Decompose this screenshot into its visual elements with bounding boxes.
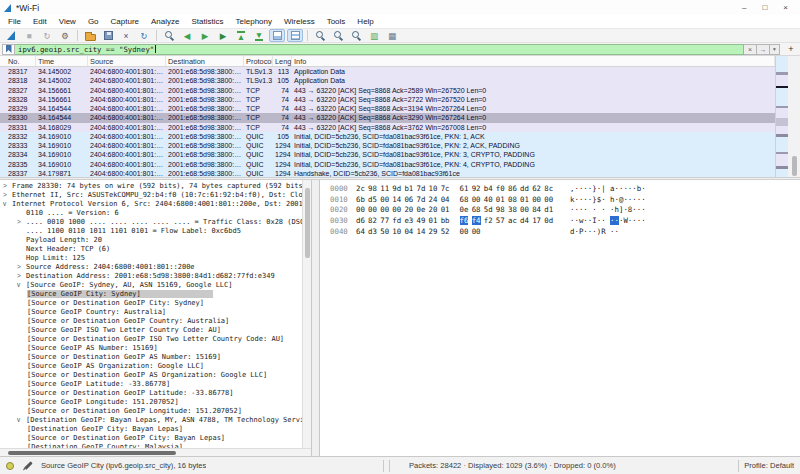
- hex-byte[interactable]: f2: [484, 216, 493, 225]
- hex-byte[interactable]: 5d: [484, 205, 493, 214]
- hex-byte[interactable]: 64: [356, 227, 365, 236]
- ascii-text-selected[interactable]: ··: [610, 216, 619, 225]
- filter-bookmark-button[interactable]: [2, 44, 15, 55]
- details-horizontal-scrollbar[interactable]: [0, 448, 311, 456]
- packet-row[interactable]: 2832934.1645442404:6800:4001:801:…2001:e…: [0, 104, 775, 113]
- intelligent-scrollbar-minimap[interactable]: [775, 56, 788, 177]
- detail-line[interactable]: [Source GeoIP Latitude: -33.86778]: [0, 379, 302, 388]
- hex-byte[interactable]: 61: [460, 184, 469, 193]
- menu-telephony[interactable]: Telephony: [230, 17, 278, 26]
- hex-byte[interactable]: 86: [508, 184, 517, 193]
- detail-line[interactable]: [Source or Destination GeoIP Longitude: …: [0, 406, 302, 415]
- expert-info-icon[interactable]: [6, 462, 14, 470]
- packet-list-scrollbar[interactable]: [788, 56, 800, 177]
- detail-line[interactable]: [Source or Destination GeoIP Latitude: -…: [0, 388, 302, 397]
- display-filter-input[interactable]: ipv6.geoip.src_city == "Sydney": [15, 44, 744, 55]
- hex-byte[interactable]: 00: [472, 195, 481, 204]
- menu-wireless[interactable]: Wireless: [278, 17, 321, 26]
- maximize-button[interactable]: □: [762, 1, 767, 15]
- restart-capture-icon[interactable]: ↻: [39, 29, 55, 42]
- find-packet-icon[interactable]: [161, 29, 177, 42]
- detail-line[interactable]: [Source GeoIP City: Sydney]: [0, 289, 302, 298]
- hex-byte[interactable]: 82: [368, 216, 377, 225]
- hex-byte[interactable]: 24: [429, 195, 438, 204]
- hex-byte[interactable]: 01: [441, 205, 450, 214]
- menu-go[interactable]: Go: [82, 17, 105, 26]
- hex-byte[interactable]: 92: [472, 184, 481, 193]
- capture-comment-icon[interactable]: [24, 461, 32, 469]
- colorize-icon[interactable]: [287, 29, 303, 42]
- status-profile[interactable]: Profile: Default: [744, 461, 794, 470]
- start-capture-icon[interactable]: [3, 29, 19, 42]
- ascii-text[interactable]: k····}$· h·@·····: [570, 195, 646, 204]
- pane-divider[interactable]: [312, 180, 319, 456]
- column-header-destination[interactable]: Destination: [166, 56, 244, 66]
- menu-analyze[interactable]: Analyze: [145, 17, 185, 26]
- hex-byte[interactable]: 8c: [544, 184, 553, 193]
- collapse-icon[interactable]: v: [3, 200, 12, 207]
- hex-byte[interactable]: 0d: [544, 216, 553, 225]
- hex-byte[interactable]: 49: [416, 216, 425, 225]
- hex-byte[interactable]: e3: [404, 216, 413, 225]
- detail-line[interactable]: [Source GeoIP Longitude: 151.207052]: [0, 397, 302, 406]
- hex-byte[interactable]: 04: [441, 195, 450, 204]
- expand-icon[interactable]: >: [17, 263, 26, 270]
- detail-line[interactable]: .... 1100 0110 1011 1101 0101 = Flow Lab…: [0, 226, 302, 235]
- ascii-text[interactable]: d·P···)R ··: [570, 227, 619, 236]
- hex-byte[interactable]: 7c: [441, 184, 450, 193]
- collapse-icon[interactable]: v: [17, 281, 26, 288]
- hex-byte[interactable]: 00: [368, 205, 377, 214]
- detail-line[interactable]: [Source GeoIP ISO Two Letter Country Cod…: [0, 325, 302, 334]
- close-file-icon[interactable]: ×: [118, 29, 134, 42]
- packet-row[interactable]: 2833134.1680292404:6800:4001:801:…2001:e…: [0, 123, 775, 132]
- detail-line[interactable]: [Source GeoIP AS Number: 15169]: [0, 343, 302, 352]
- detail-line[interactable]: v[Source GeoIP: Sydney, AU, ASN 15169, G…: [0, 280, 302, 289]
- hex-byte[interactable]: 84: [532, 205, 541, 214]
- hex-byte[interactable]: 01: [520, 195, 529, 204]
- column-header-time[interactable]: Time: [36, 56, 88, 66]
- scrollbar-handle[interactable]: [792, 156, 797, 176]
- detail-line[interactable]: 0110 .... = Version: 6: [0, 208, 302, 217]
- hex-byte[interactable]: 9d: [392, 184, 401, 193]
- hex-byte[interactable]: 11: [380, 184, 389, 193]
- go-first-icon[interactable]: ▲: [233, 29, 249, 42]
- detail-line[interactable]: Payload Length: 20: [0, 235, 302, 244]
- hex-byte[interactable]: 00: [532, 195, 541, 204]
- hex-byte[interactable]: 98: [368, 184, 377, 193]
- hex-byte[interactable]: b1: [404, 184, 413, 193]
- hex-byte[interactable]: 00: [380, 195, 389, 204]
- hex-byte[interactable]: 52: [441, 227, 450, 236]
- hex-byte[interactable]: 01: [429, 216, 438, 225]
- save-file-icon[interactable]: [100, 29, 116, 42]
- hex-byte[interactable]: d5: [368, 195, 377, 204]
- hex-byte[interactable]: 00: [544, 195, 553, 204]
- detail-line[interactable]: >Source Address: 2404:6800:4001:801::200…: [0, 262, 302, 271]
- packet-row[interactable]: 2833034.1645442404:6800:4001:801:…2001:e…: [0, 113, 775, 122]
- ascii-text[interactable]: ···· · · ·h]·8···: [570, 205, 646, 214]
- hex-byte[interactable]: 0e: [460, 205, 469, 214]
- filter-apply-button[interactable]: →: [757, 44, 770, 55]
- packet-row[interactable]: 2831834.1450022404:6800:4001:801:…2001:e…: [0, 76, 775, 85]
- hex-byte[interactable]: d4: [520, 216, 529, 225]
- hex-byte[interactable]: 20: [429, 205, 438, 214]
- detail-line[interactable]: [Source or Destination GeoIP AS Number: …: [0, 352, 302, 361]
- menu-file[interactable]: File: [2, 17, 27, 26]
- hex-byte[interactable]: 04: [404, 227, 413, 236]
- detail-line[interactable]: >.... 0010 1000 .... .... .... .... ....…: [0, 217, 302, 226]
- column-header-info[interactable]: Info: [292, 56, 775, 66]
- hex-byte[interactable]: bb: [441, 216, 450, 225]
- hex-byte[interactable]: ac: [508, 216, 517, 225]
- detail-line[interactable]: Hop Limit: 125: [0, 253, 302, 262]
- packet-row[interactable]: 2831734.1450022404:6800:4001:801:…2001:e…: [0, 67, 775, 76]
- show-columns-icon[interactable]: ▦: [384, 29, 400, 42]
- detail-line[interactable]: [Source or Destination GeoIP AS Organiza…: [0, 370, 302, 379]
- detail-line[interactable]: >Ethernet II, Src: ASUSTekCOMPU_92:b4:f0…: [0, 190, 302, 199]
- hex-byte[interactable]: 01: [496, 195, 505, 204]
- go-to-packet-icon[interactable]: ▶: [215, 29, 231, 42]
- menu-help[interactable]: Help: [351, 17, 379, 26]
- resize-columns-icon[interactable]: ▥: [366, 29, 382, 42]
- hex-byte[interactable]: d1: [544, 205, 553, 214]
- hex-byte[interactable]: 00: [472, 227, 481, 236]
- hex-byte[interactable]: 06: [404, 195, 413, 204]
- collapse-icon[interactable]: v: [17, 416, 26, 423]
